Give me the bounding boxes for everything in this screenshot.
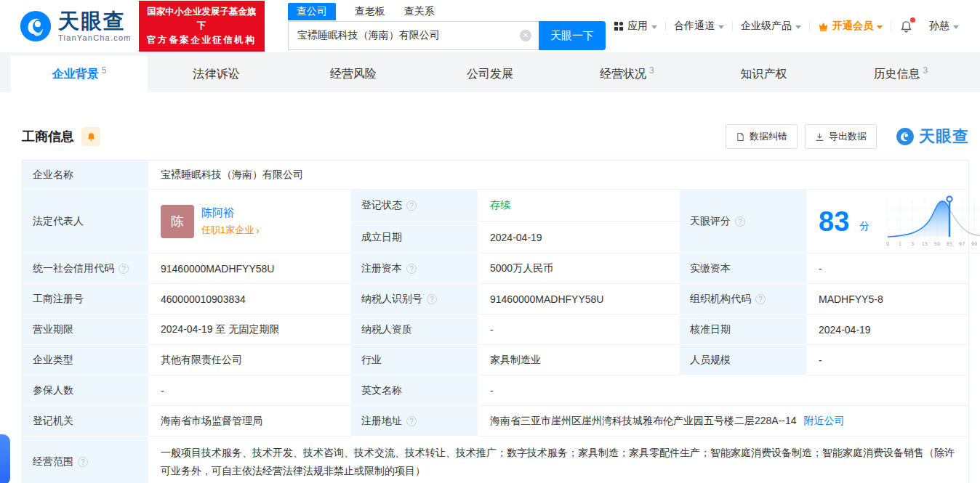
credit-code-label: 统一社会信用代码	[33, 262, 114, 275]
company-name-value: 宝褾睡眠科技（海南）有限公司	[149, 161, 968, 190]
nav-user-menu[interactable]: 孙慈	[921, 20, 967, 33]
nav-vip-label: 开通会员	[832, 20, 873, 33]
chevron-down-icon	[651, 25, 657, 29]
tianyancha-swirl-icon	[896, 127, 915, 146]
table-row: 工商注册号 460000010903834 纳税人识别号 91460000MAD…	[23, 284, 968, 314]
insured-count-label: 参保人数	[23, 376, 149, 406]
side-float-widget[interactable]	[0, 434, 10, 483]
reg-number-value: 460000010903834	[149, 284, 351, 314]
tab-label: 历史信息	[873, 67, 920, 82]
score-label-cell: 天眼评分	[680, 190, 807, 253]
help-icon[interactable]	[755, 294, 766, 304]
score-cell: 83 分	[807, 190, 980, 253]
search-area: 查公司 查老板 查关系 ✕ 天眼一下	[288, 2, 606, 50]
table-row: 企业名称 宝褾睡眠科技（海南）有限公司	[23, 161, 968, 190]
watermark-text: 天眼查	[919, 126, 969, 147]
help-icon[interactable]	[427, 294, 437, 304]
help-icon[interactable]	[406, 416, 417, 426]
tab-label: 企业背景	[52, 67, 99, 82]
reg-status-label-cell: 登记状态	[351, 190, 478, 222]
tab-operating-status[interactable]: 经营状况 3	[558, 56, 695, 92]
svg-text:99: 99	[971, 241, 977, 247]
export-data-button[interactable]: 导出数据	[805, 124, 877, 149]
search-input[interactable]	[288, 21, 539, 50]
tab-intellectual-property[interactable]: 知识产权	[695, 56, 832, 92]
logo-domain-text: TianYanCha.com	[58, 34, 132, 42]
table-row: 经营范围 一般项目技术服务、技术开发、技术咨询、技术交流、技术转让、技术推广；数…	[23, 437, 968, 483]
help-icon[interactable]	[119, 264, 129, 274]
help-icon[interactable]	[735, 216, 745, 227]
tianyancha-logo[interactable]: 天眼查 TianYanCha.com	[19, 9, 132, 43]
nav-apps[interactable]: 应用	[606, 20, 665, 33]
tianyancha-watermark: 天眼查	[896, 126, 969, 147]
english-name-value: -	[478, 376, 968, 406]
data-correction-label: 数据纠错	[750, 130, 787, 143]
score-label: 天眼评分	[690, 215, 731, 228]
search-tabs: 查公司 查老板 查关系	[288, 2, 606, 20]
reg-number-label: 工商注册号	[23, 284, 149, 314]
svg-text:0: 0	[886, 241, 889, 247]
establish-date-label: 成立日期	[351, 222, 478, 253]
taxpayer-quality-label: 纳税人资质	[351, 314, 478, 345]
reg-address-label: 注册地址	[361, 415, 402, 428]
nearby-companies-link[interactable]: 附近公司	[804, 415, 845, 428]
company-name-label: 企业名称	[23, 161, 149, 190]
help-icon[interactable]	[406, 264, 417, 274]
org-code-value: MADHFYY5-8	[807, 284, 968, 314]
nav-enterprise-products[interactable]: 企业级产品	[733, 20, 809, 33]
chevron-down-icon	[877, 25, 883, 29]
table-row: 营业期限 2024-04-19 至 无固定期限 纳税人资质 - 核准日期 202…	[23, 314, 968, 345]
tianyancha-swirl-icon	[19, 9, 52, 43]
monitor-bell-button[interactable]	[81, 127, 100, 146]
score-unit: 分	[859, 220, 869, 233]
business-info-section-header: 工商信息 数据纠错	[22, 124, 969, 149]
tab-history-info[interactable]: 历史信息 3	[832, 56, 969, 92]
legal-rep-avatar[interactable]: 陈	[161, 205, 194, 238]
legal-rep-name-link[interactable]: 陈阿裕	[201, 206, 260, 220]
notification-bell-button[interactable]	[891, 20, 921, 33]
help-icon[interactable]	[78, 457, 88, 467]
taxpayer-id-value: 91460000MADHFYY58U	[478, 284, 680, 314]
nav-partner-channel[interactable]: 合作通道	[666, 20, 732, 33]
search-tab-boss[interactable]: 查老板	[355, 5, 385, 20]
reg-status-label: 登记状态	[361, 199, 402, 212]
help-icon[interactable]	[406, 200, 417, 211]
download-icon	[815, 132, 824, 142]
taxpayer-quality-value: -	[478, 314, 680, 345]
data-correction-button[interactable]: 数据纠错	[726, 124, 798, 149]
tab-count: 3	[649, 65, 654, 76]
gov-certification-badge: 国家中小企业发展子基金旗下 官方备案企业征信机构	[139, 1, 265, 52]
chevron-down-icon	[718, 25, 724, 29]
reg-capital-label: 注册资本	[361, 262, 402, 275]
reg-capital-value: 5000万人民币	[478, 253, 680, 284]
grid-apps-icon	[614, 21, 624, 31]
nav-open-membership[interactable]: 开通会员	[810, 20, 891, 33]
table-row: 企业类型 其他有限责任公司 行业 家具制造业 人员规模 -	[23, 345, 968, 376]
reg-authority-label: 登记机关	[23, 406, 149, 437]
approval-date-value: 2024-04-19	[807, 314, 968, 345]
tab-company-development[interactable]: 公司发展	[422, 56, 558, 92]
tab-operation-risk[interactable]: 经营风险	[285, 56, 422, 92]
search-tab-relation[interactable]: 查关系	[404, 5, 435, 20]
svg-text:15: 15	[922, 241, 928, 247]
insured-count-value: -	[149, 376, 351, 406]
search-tab-company[interactable]: 查公司	[288, 3, 336, 20]
tab-label: 经营状况	[600, 67, 646, 82]
nav-enterprise-label: 企业级产品	[741, 20, 792, 33]
tianyancha-company-page: 天眼查 TianYanCha.com 国家中小企业发展子基金旗下 官方备案企业征…	[0, 0, 980, 483]
table-row: 登记机关 海南省市场监督管理局 注册地址 海南省三亚市崖州区崖州湾科技城雅布伦产…	[23, 406, 968, 437]
business-term-value: 2024-04-19 至 无固定期限	[149, 314, 351, 345]
legal-rep-companies-link[interactable]: 任职1家企业	[201, 224, 260, 237]
document-icon	[736, 132, 745, 142]
clear-search-icon[interactable]: ✕	[520, 30, 531, 41]
business-scope-label: 经营范围	[33, 455, 73, 468]
notification-dot	[910, 17, 915, 23]
search-button[interactable]: 天眼一下	[539, 21, 606, 50]
table-row: 参保人数 - 英文名称 -	[23, 376, 968, 406]
reg-status-value: 存续	[478, 190, 680, 222]
company-tab-bar: 企业背景 5 法律诉讼 经营风险 公司发展 经营状况 3 知识产权 历史信息 3	[0, 52, 980, 92]
badge-line2: 官方备案企业征信机构	[145, 33, 258, 47]
tab-company-background[interactable]: 企业背景 5	[11, 56, 148, 92]
company-type-value: 其他有限责任公司	[149, 345, 351, 376]
tab-legal-litigation[interactable]: 法律诉讼	[148, 56, 284, 92]
